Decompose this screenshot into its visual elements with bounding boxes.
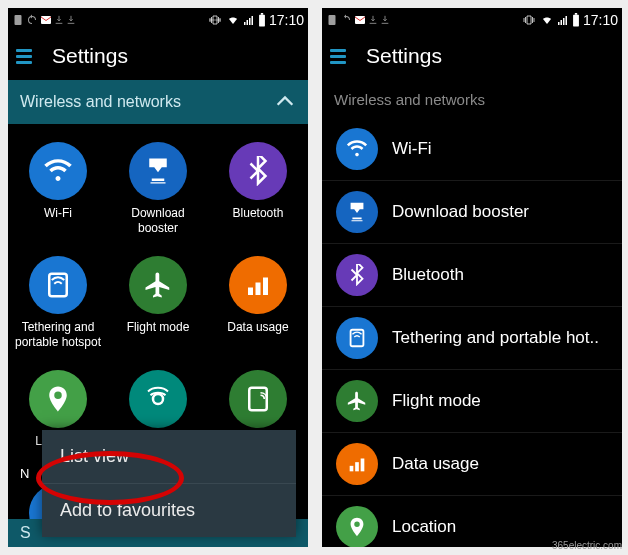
svg-rect-31 xyxy=(558,22,560,25)
grid-label: Bluetooth xyxy=(233,206,284,236)
tethering-icon xyxy=(336,317,378,359)
sync-icon xyxy=(26,14,38,26)
svg-rect-22 xyxy=(263,278,268,296)
flight-icon xyxy=(129,256,187,314)
svg-rect-34 xyxy=(565,16,567,25)
list-item-flight[interactable]: Flight mode xyxy=(322,370,622,433)
cut-label-n: N xyxy=(20,466,29,481)
section-wireless[interactable]: Wireless and networks xyxy=(8,80,308,124)
phone-grid-view: 17:10 Settings Wireless and networks Wi-… xyxy=(8,8,308,547)
tethering-icon xyxy=(29,256,87,314)
download-booster-icon xyxy=(129,142,187,200)
list-item-download[interactable]: Download booster xyxy=(322,181,622,244)
signal-icon xyxy=(243,14,255,26)
grid-label: Tethering and portable hotspot xyxy=(12,320,104,350)
svg-rect-48 xyxy=(350,466,354,472)
list-label: Bluetooth xyxy=(392,265,464,285)
menu-list-view[interactable]: List view xyxy=(42,430,296,484)
status-left-icons xyxy=(12,14,76,26)
wifi-icon xyxy=(29,142,87,200)
battery-icon xyxy=(258,13,266,27)
list-label: Wi-Fi xyxy=(392,139,432,159)
svg-rect-49 xyxy=(355,462,359,471)
list-item-bluetooth[interactable]: Bluetooth xyxy=(322,244,622,307)
bluetooth-icon xyxy=(229,142,287,200)
grid-item-flight[interactable]: Flight mode xyxy=(108,246,208,360)
grid-item-data[interactable]: Data usage xyxy=(208,246,308,360)
wifi-icon xyxy=(540,14,554,26)
svg-rect-8 xyxy=(261,13,263,15)
watermark: 365electric.com xyxy=(552,540,622,551)
battery-icon xyxy=(572,13,580,27)
grid-item-tethering[interactable]: Tethering and portable hotspot xyxy=(8,246,108,360)
list-item-data[interactable]: Data usage xyxy=(322,433,622,496)
grid-label: Wi-Fi xyxy=(44,206,72,236)
svg-rect-0 xyxy=(15,15,22,25)
status-bar: 17:10 xyxy=(8,8,308,32)
flight-icon xyxy=(336,380,378,422)
list-label: Data usage xyxy=(392,454,479,474)
list-label: Location xyxy=(392,517,456,537)
section-wireless: Wireless and networks xyxy=(322,80,622,118)
svg-rect-5 xyxy=(249,18,251,25)
download-booster-icon xyxy=(336,191,378,233)
context-menu: List view Add to favourites xyxy=(42,430,296,537)
grid-label: Download booster xyxy=(112,206,204,236)
list-item-wifi[interactable]: Wi-Fi xyxy=(322,118,622,181)
list-label: Flight mode xyxy=(392,391,481,411)
grid-label: Data usage xyxy=(227,320,288,350)
status-right-icons: 17:10 xyxy=(521,12,618,28)
sim-icon xyxy=(326,14,338,26)
location-icon xyxy=(336,506,378,547)
grid-item-download[interactable]: Download booster xyxy=(108,132,208,246)
header: Settings xyxy=(322,32,622,80)
download-icon-1 xyxy=(368,14,378,26)
signal-icon xyxy=(557,14,569,26)
svg-rect-29 xyxy=(329,15,336,25)
status-time: 17:10 xyxy=(269,12,304,28)
svg-rect-32 xyxy=(560,20,562,25)
svg-rect-21 xyxy=(255,283,260,296)
menu-add-favourites[interactable]: Add to favourites xyxy=(42,484,296,537)
status-time: 17:10 xyxy=(583,12,618,28)
grid-label: Flight mode xyxy=(127,320,190,350)
data-usage-icon xyxy=(229,256,287,314)
header-title: Settings xyxy=(366,44,442,68)
status-bar: 17:10 xyxy=(322,8,622,32)
grid-item-wifi[interactable]: Wi-Fi xyxy=(8,132,108,246)
drawer-icon[interactable] xyxy=(16,49,32,64)
svg-rect-6 xyxy=(251,16,253,25)
header: Settings xyxy=(8,32,308,80)
more-icon xyxy=(129,370,187,428)
bluetooth-icon xyxy=(336,254,378,296)
sync-icon xyxy=(340,14,352,26)
status-left-icons xyxy=(326,14,390,26)
list-item-tethering[interactable]: Tethering and portable hot.. xyxy=(322,307,622,370)
list-label: Download booster xyxy=(392,202,529,222)
drawer-icon[interactable] xyxy=(330,49,346,64)
mail-icon xyxy=(354,14,366,26)
vibrate-icon xyxy=(521,14,537,26)
list-label: Tethering and portable hot.. xyxy=(392,328,599,348)
svg-rect-36 xyxy=(575,13,577,15)
svg-rect-33 xyxy=(563,18,565,25)
download-icon-2 xyxy=(66,14,76,26)
location-icon xyxy=(29,370,87,428)
download-icon-1 xyxy=(54,14,64,26)
wifi-icon xyxy=(336,128,378,170)
section-label: Wireless and networks xyxy=(334,91,485,108)
mail-icon xyxy=(40,14,52,26)
nfc-icon xyxy=(229,370,287,428)
svg-rect-50 xyxy=(361,459,365,472)
data-usage-icon xyxy=(336,443,378,485)
grid-item-bluetooth[interactable]: Bluetooth xyxy=(208,132,308,246)
section-label: Wireless and networks xyxy=(20,93,181,111)
download-icon-2 xyxy=(380,14,390,26)
svg-rect-4 xyxy=(246,20,248,25)
chevron-up-icon xyxy=(274,91,296,113)
svg-point-23 xyxy=(153,394,163,404)
svg-rect-20 xyxy=(248,288,253,296)
vibrate-icon xyxy=(207,14,223,26)
settings-list: Wi-Fi Download booster Bluetooth Tetheri… xyxy=(322,118,622,547)
phone-list-view: 17:10 Settings Wireless and networks Wi-… xyxy=(322,8,622,547)
